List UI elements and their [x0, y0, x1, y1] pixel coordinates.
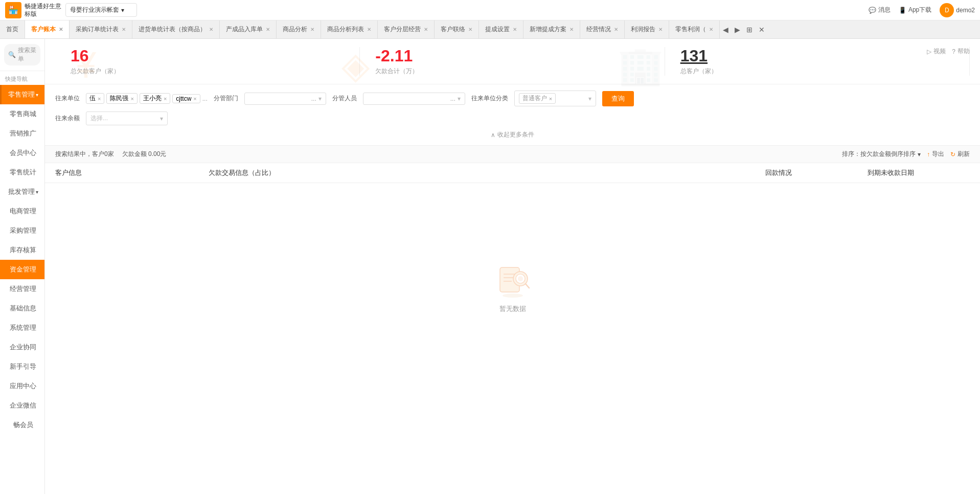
table-header: 客户信息 欠款交易信息（占比） 回款情况 到期未收款日期	[45, 163, 980, 183]
sidebar-item-ecommerce[interactable]: 电商管理	[0, 201, 44, 221]
message-btn[interactable]: 💬 消息	[869, 6, 891, 14]
tab-close-icon[interactable]: ✕	[122, 27, 126, 32]
tab-profit-report[interactable]: 利润报告 ✕	[625, 20, 669, 39]
tab-customer-debt[interactable]: 客户账本 ✕	[25, 20, 70, 39]
tab-next-btn[interactable]: ▶	[732, 26, 743, 34]
chevron-down-icon: ▾	[160, 115, 163, 122]
tab-product-inbound[interactable]: 产成品入库单 ✕	[220, 20, 277, 39]
tab-product-analysis-list[interactable]: 商品分析列表 ✕	[321, 20, 378, 39]
svg-point-0	[503, 294, 523, 298]
remaining-select[interactable]: 选择... ▾	[86, 111, 168, 125]
filter-tag-chenminqiang[interactable]: 陈民强 ×	[106, 93, 137, 104]
tab-customer-contact[interactable]: 客户联络 ✕	[435, 20, 479, 39]
sidebar-item-member-center[interactable]: 会员中心	[0, 143, 44, 163]
sort-select[interactable]: 排序：按欠款金额倒序排序 ▾	[842, 150, 921, 159]
dept-label: 分管部门	[214, 94, 238, 103]
sidebar-item-marketing[interactable]: 营销推广	[0, 124, 44, 143]
tab-close-icon[interactable]: ✕	[468, 27, 472, 32]
help-btn[interactable]: ? 帮助	[952, 47, 970, 56]
tab-prev-btn[interactable]: ◀	[720, 26, 732, 34]
tab-purchase-order[interactable]: 采购订单统计表 ✕	[70, 20, 132, 39]
sidebar-item-capital[interactable]: 资金管理	[0, 260, 44, 279]
org-selector[interactable]: 母婴行业演示帐套 ▾	[65, 3, 137, 17]
results-right: 排序：按欠款金额倒序排序 ▾ ↑ 导出 ↻ 刷新	[842, 150, 970, 159]
search-menu-btn[interactable]: 🔍 搜索菜单	[4, 44, 40, 65]
sidebar-item-purchase[interactable]: 采购管理	[0, 221, 44, 240]
tab-close-icon[interactable]: ✕	[209, 27, 213, 32]
sidebar-item-enterprise-collab[interactable]: 企业协同	[0, 338, 44, 357]
dept-select[interactable]: ... ▾	[244, 93, 326, 105]
tab-close-icon[interactable]: ✕	[59, 27, 63, 32]
tab-close-icon[interactable]: ✕	[513, 27, 517, 32]
tab-close-icon[interactable]: ✕	[367, 27, 371, 32]
sidebar-item-retail-shop[interactable]: 零售商城	[0, 104, 44, 124]
tab-operations[interactable]: 经营情况 ✕	[580, 20, 625, 39]
category-select[interactable]: 普通客户 × ▾	[514, 91, 596, 106]
filter-tags: 伍 × 陈民强 × 王小亮 × cjttcw × ...	[86, 93, 208, 104]
sidebar-item-app-center[interactable]: 应用中心	[0, 376, 44, 396]
sidebar-item-operation[interactable]: 经营管理	[0, 279, 44, 299]
filter-tag-cjttcw[interactable]: cjttcw ×	[172, 94, 200, 103]
tab-expand-btn[interactable]: ⊞	[743, 26, 756, 34]
stat-total2-number: 131	[680, 47, 708, 65]
tab-close-icon[interactable]: ✕	[310, 27, 314, 32]
tab-close-icon[interactable]: ✕	[614, 27, 618, 32]
close-icon[interactable]: ×	[549, 96, 552, 102]
close-icon[interactable]: ×	[130, 96, 133, 102]
export-btn[interactable]: ↑ 导出	[927, 150, 944, 159]
empty-state: 暂无数据	[492, 227, 533, 344]
tab-home[interactable]: 首页	[0, 20, 25, 39]
filter-more-tags[interactable]: ...	[202, 95, 208, 102]
person-more[interactable]: ...	[450, 95, 455, 102]
chevron-down-icon: ▾	[588, 95, 591, 102]
sidebar-item-enterprise-wechat[interactable]: 企业微信	[0, 396, 44, 415]
close-icon[interactable]: ×	[193, 96, 196, 102]
close-icon[interactable]: ×	[98, 96, 101, 102]
tab-add-raise[interactable]: 新增提成方案 ✕	[523, 20, 580, 39]
category-tag[interactable]: 普通客户 ×	[519, 93, 556, 104]
query-button[interactable]: 查询	[602, 91, 634, 106]
tab-product-analysis[interactable]: 商品分析 ✕	[277, 20, 321, 39]
avatar: D	[940, 3, 954, 17]
tab-close-icon[interactable]: ✕	[658, 27, 663, 32]
results-summary: 搜索结果中，客户0家	[55, 150, 114, 159]
tab-customer-tier[interactable]: 客户分层经营 ✕	[378, 20, 435, 39]
chevron-icon: ▾	[36, 92, 38, 98]
tab-close-all-btn[interactable]: ✕	[756, 26, 768, 34]
sidebar-item-new-guide[interactable]: 新手引导	[0, 357, 44, 376]
tab-retail-profit[interactable]: 零售利润（ ✕	[669, 20, 720, 39]
col-due-date: 到期未收款日期	[868, 168, 970, 177]
help-icon: ?	[952, 48, 955, 55]
sidebar-search-area[interactable]: 🔍 搜索菜单	[0, 39, 44, 71]
video-btn[interactable]: ▷ 视频	[927, 47, 946, 56]
stat-bg-icon-2: ◈	[341, 44, 370, 87]
sidebar-item-retail-mgmt[interactable]: 零售管理 ▾	[0, 85, 44, 104]
refresh-btn[interactable]: ↻ 刷新	[950, 150, 970, 159]
sidebar-item-basic-info[interactable]: 基础信息	[0, 299, 44, 318]
sidebar-item-wholesale-mgmt[interactable]: 批发管理 ▾	[0, 182, 44, 201]
tab-inbound-stats[interactable]: 进货单统计表（按商品） ✕	[132, 20, 220, 39]
quick-nav-label[interactable]: 快捷导航	[0, 71, 44, 85]
table-body: 暂无数据	[45, 183, 980, 388]
close-icon[interactable]: ×	[164, 96, 167, 102]
tab-close-icon[interactable]: ✕	[424, 27, 428, 32]
person-select[interactable]: ... ▾	[363, 93, 465, 105]
dept-more[interactable]: ...	[311, 95, 316, 102]
category-label: 往来单位分类	[471, 94, 508, 103]
collapse-btn[interactable]: ∧ 收起更多条件	[55, 130, 970, 139]
download-icon: 📱	[899, 7, 906, 14]
filter-tag-wangxiaoliang[interactable]: 王小亮 ×	[140, 93, 170, 104]
sidebar-item-member[interactable]: 畅会员	[0, 415, 44, 435]
sidebar-item-inventory[interactable]: 库存核算	[0, 240, 44, 260]
sidebar-item-retail-stats[interactable]: 零售统计	[0, 163, 44, 182]
debt-amount: 欠款金额 0.00元	[122, 150, 167, 159]
filter-tag-wu[interactable]: 伍 ×	[86, 93, 104, 104]
tab-close-icon[interactable]: ✕	[569, 27, 574, 32]
col-customer-info: 客户信息	[55, 168, 209, 177]
tab-close-icon[interactable]: ✕	[709, 27, 713, 32]
sidebar-item-system[interactable]: 系统管理	[0, 318, 44, 338]
tab-raise-settings[interactable]: 提成设置 ✕	[479, 20, 523, 39]
user-menu[interactable]: D demo2	[940, 3, 975, 17]
app-download-btn[interactable]: 📱 App下载	[899, 6, 931, 14]
tab-close-icon[interactable]: ✕	[266, 27, 270, 32]
